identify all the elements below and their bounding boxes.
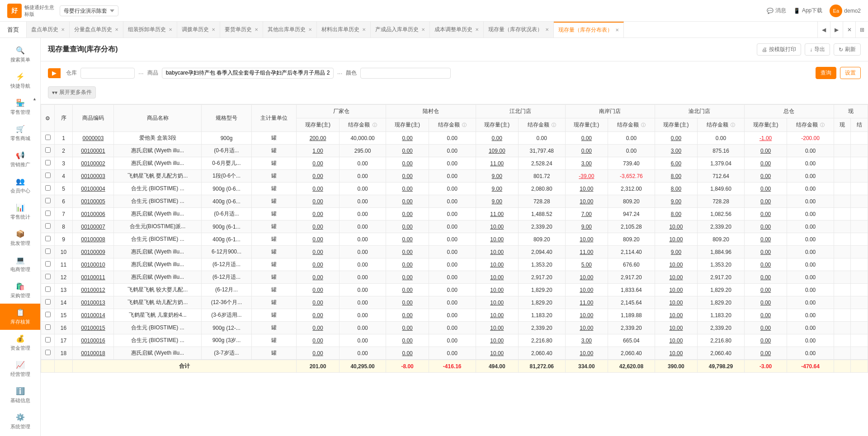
row-c4-qty[interactable]: 7.00 [565, 208, 608, 220]
tab-item-5[interactable]: 要货单历史 ✕ [220, 22, 263, 38]
row-c1-qty[interactable]: 0.00 [297, 296, 339, 309]
row-code[interactable]: 00100004 [73, 183, 114, 195]
row-checkbox[interactable] [41, 284, 55, 296]
sidebar-item-ops[interactable]: 📈 经营管理 [0, 356, 40, 382]
tab-item-2[interactable]: 分量盘点单历史 ✕ [70, 22, 123, 38]
row-c3-qty[interactable]: 11.00 [476, 208, 518, 220]
row-c5-qty[interactable]: 10.00 [655, 296, 697, 309]
row-c5-qty[interactable]: 10.00 [655, 220, 697, 233]
row-c5-qty[interactable]: 10.00 [655, 322, 697, 334]
row-total-qty[interactable]: 0.00 [744, 296, 787, 309]
message-btn[interactable]: 💬 消息 [767, 7, 786, 14]
sidebar-item-retail-stats[interactable]: 📊 零售统计 [0, 199, 40, 225]
goods-dots[interactable]: ··· [337, 70, 343, 77]
row-code[interactable]: 00100012 [73, 284, 114, 296]
row-c5-qty[interactable]: 0.00 [655, 132, 697, 145]
row-c2-qty[interactable]: 0.00 [386, 309, 429, 322]
row-code[interactable]: 00100005 [73, 195, 114, 208]
row-c5-qty[interactable]: 9.00 [655, 195, 697, 208]
row-c4-qty[interactable]: 10.00 [565, 284, 608, 296]
query-btn[interactable]: 查询 [816, 67, 836, 79]
row-c1-qty[interactable]: 0.00 [297, 208, 339, 220]
row-c2-qty[interactable]: 0.00 [386, 170, 429, 183]
row-code[interactable]: 00100007 [73, 220, 114, 233]
row-c2-qty[interactable]: 0.00 [386, 258, 429, 271]
tab-close-6[interactable]: ✕ [308, 27, 312, 32]
row-c4-qty[interactable]: 11.00 [565, 246, 608, 258]
row-c4-qty[interactable]: 3.00 [565, 157, 608, 170]
tab-item-10[interactable]: 现存量（库存状况表） ✕ [484, 22, 554, 38]
row-total-qty[interactable]: 0.00 [744, 145, 787, 157]
row-c3-qty[interactable]: 109.00 [476, 145, 518, 157]
row-code[interactable]: 00100009 [73, 246, 114, 258]
row-c2-qty[interactable]: 0.00 [386, 145, 429, 157]
tab-nav-next[interactable]: ▶ [830, 22, 843, 38]
tab-item-4[interactable]: 调拨单历史 ✕ [177, 22, 220, 38]
row-checkbox[interactable] [41, 183, 55, 195]
row-checkbox[interactable] [41, 208, 55, 220]
tab-close-4[interactable]: ✕ [212, 27, 215, 32]
row-c3-qty[interactable]: 10.00 [476, 347, 518, 360]
tab-item-3[interactable]: 组装拆卸单历史 ✕ [123, 22, 177, 38]
row-c4-qty[interactable]: 0.00 [565, 145, 608, 157]
row-c3-qty[interactable]: 10.00 [476, 258, 518, 271]
row-c1-qty[interactable]: 0.00 [297, 271, 339, 284]
tab-item-7[interactable]: 材料出库单历史 ✕ [317, 22, 371, 38]
row-c1-qty[interactable]: 0.00 [297, 347, 339, 360]
row-c5-qty[interactable]: 8.00 [655, 208, 697, 220]
row-code[interactable]: 00100008 [73, 233, 114, 246]
row-c2-qty[interactable]: 0.00 [386, 334, 429, 347]
row-c1-qty[interactable]: 0.00 [297, 233, 339, 246]
tab-close-3[interactable]: ✕ [169, 27, 172, 32]
tab-close-7[interactable]: ✕ [362, 27, 366, 32]
print-btn[interactable]: 🖨 按模版打印 [757, 43, 801, 56]
row-c2-qty[interactable]: 0.00 [386, 347, 429, 360]
row-total-qty[interactable]: 0.00 [744, 157, 787, 170]
tab-item-9[interactable]: 成本调整单历史 ✕ [430, 22, 484, 38]
tab-close-5[interactable]: ✕ [255, 27, 258, 32]
row-c3-qty[interactable]: 9.00 [476, 195, 518, 208]
row-c5-qty[interactable]: 10.00 [655, 347, 697, 360]
row-code[interactable]: 00100006 [73, 208, 114, 220]
row-total-qty[interactable]: 0.00 [744, 271, 787, 284]
row-c2-qty[interactable]: 0.00 [386, 208, 429, 220]
row-c1-qty[interactable]: 0.00 [297, 258, 339, 271]
color-input[interactable] [360, 68, 451, 79]
row-checkbox[interactable] [41, 309, 55, 322]
row-c2-qty[interactable]: 0.00 [386, 271, 429, 284]
row-total-qty[interactable]: 0.00 [744, 309, 787, 322]
sidebar-item-base[interactable]: ℹ️ 基础信息 [0, 382, 40, 408]
table-container[interactable]: ⚙ 序 商品编码 商品名称 规格型号 主计量单位 厂家仓 陆村仓 江北门店 南岸… [41, 104, 868, 436]
row-c5-qty[interactable]: 3.00 [655, 145, 697, 157]
row-c2-qty[interactable]: 0.00 [386, 132, 429, 145]
settings-btn[interactable]: 设置 [840, 67, 861, 79]
row-total-qty[interactable]: 0.00 [744, 246, 787, 258]
tab-nav-close[interactable]: ✕ [843, 22, 855, 38]
row-c4-qty[interactable]: 0.00 [565, 132, 608, 145]
row-c1-qty[interactable]: 0.00 [297, 220, 339, 233]
row-total-qty[interactable]: 0.00 [744, 347, 787, 360]
refresh-btn[interactable]: ↻ 刷新 [834, 43, 861, 56]
row-c2-qty[interactable]: 0.00 [386, 233, 429, 246]
row-total-qty[interactable]: 0.00 [744, 284, 787, 296]
row-c1-qty[interactable]: 0.00 [297, 157, 339, 170]
row-checkbox[interactable] [41, 258, 55, 271]
row-code[interactable]: 00100011 [73, 271, 114, 284]
row-c3-qty[interactable]: 9.00 [476, 183, 518, 195]
row-c4-qty[interactable]: 10.00 [565, 322, 608, 334]
row-c3-qty[interactable]: 9.00 [476, 170, 518, 183]
row-total-qty[interactable]: 0.00 [744, 233, 787, 246]
row-c3-qty[interactable]: 10.00 [476, 220, 518, 233]
row-c4-qty[interactable]: 10.00 [565, 233, 608, 246]
sidebar-item-ecommerce[interactable]: 💻 电商管理 [0, 251, 40, 277]
tab-item-8[interactable]: 产成品入库单历史 ✕ [371, 22, 430, 38]
row-code[interactable]: 00100016 [73, 334, 114, 347]
row-code[interactable]: 00100018 [73, 347, 114, 360]
row-c4-qty[interactable]: 5.00 [565, 258, 608, 271]
row-c5-qty[interactable]: 6.00 [655, 157, 697, 170]
search-toggle-btn[interactable]: ▶ [48, 68, 61, 78]
row-code[interactable]: 00100015 [73, 322, 114, 334]
sidebar-item-system[interactable]: ⚙️ 系统管理 [0, 408, 40, 435]
row-total-qty[interactable]: 0.00 [744, 322, 787, 334]
tab-close-11[interactable]: ✕ [615, 28, 619, 33]
